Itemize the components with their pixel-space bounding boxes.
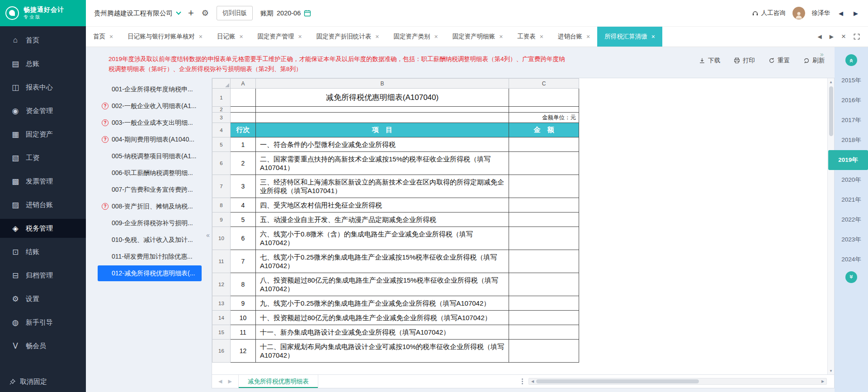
item-cell[interactable]: 七、线宽小于0.25微米的集成电路生产企业减按15%税率征收企业所得税（填写A1… (256, 250, 509, 273)
tab[interactable]: 固定资产明细账 × (445, 27, 510, 47)
line-number-cell[interactable]: 10 (231, 311, 256, 325)
row-header[interactable]: 11 (212, 250, 231, 273)
amount-cell[interactable] (509, 311, 579, 325)
tab[interactable]: 固定资产折旧统计表 × (309, 27, 387, 47)
print-button[interactable]: 打印 (734, 57, 755, 65)
amount-cell[interactable] (509, 296, 579, 311)
item-cell[interactable]: 十、投资额超过80亿元的集成电路生产企业减免企业所得税（填写A107042） (256, 311, 509, 325)
download-button[interactable]: 下载 (699, 57, 720, 65)
cell[interactable] (231, 89, 256, 107)
amount-cell[interactable] (509, 340, 579, 363)
item-cell[interactable]: 四、受灾地区农村信用社免征企业所得税 (256, 198, 509, 213)
cell[interactable] (256, 113, 509, 123)
help-icon[interactable]: ? (102, 203, 108, 210)
line-number-cell[interactable]: 1 (231, 137, 256, 152)
scroll-up-icon[interactable]: ▲ (828, 78, 834, 85)
year-item[interactable]: 2021年 (835, 190, 868, 210)
tab-close-icon[interactable]: × (199, 33, 203, 40)
line-number-cell[interactable]: 2 (231, 152, 256, 175)
sidebar-item[interactable]: ⊡ 结账 (0, 242, 86, 261)
header-line-cell[interactable]: 行次 (231, 123, 256, 137)
item-cell[interactable]: 十一、新办集成电路设计企业减免企业所得税（填写A107042） (256, 325, 509, 340)
line-number-cell[interactable]: 11 (231, 325, 256, 340)
close-all-tabs-icon[interactable]: × (841, 32, 846, 41)
company-selector[interactable]: 贵州腾越建设工程有限公司 (94, 9, 180, 18)
tab[interactable]: 工资表 × (510, 27, 551, 47)
settings-gear-icon[interactable]: ⚙ (202, 9, 209, 17)
sidebar-item[interactable]: ◫ 报表中心 (0, 78, 86, 97)
row-header[interactable]: 16 (212, 340, 231, 363)
tabs-scroll-left-icon[interactable]: ◀ (818, 33, 822, 40)
tab-close-icon[interactable]: × (499, 33, 503, 40)
line-number-cell[interactable]: 5 (231, 213, 256, 227)
cell[interactable] (509, 107, 579, 113)
year-item[interactable]: 2023年 (835, 230, 868, 250)
add-button[interactable]: + (188, 8, 194, 18)
report-list-item[interactable]: ? 009-企业所得税弥补亏损明... (98, 215, 202, 231)
tab[interactable]: 日记账与银行对账单核对 × (120, 27, 210, 47)
report-list-item[interactable]: ? 001-企业所得税年度纳税申... (98, 81, 202, 97)
nav-forward-icon[interactable]: ▶ (852, 9, 860, 18)
scroll-right-icon[interactable]: ▶ (819, 379, 826, 383)
year-item[interactable]: 2016年 (835, 90, 868, 110)
years-scroll-down-button[interactable] (845, 271, 857, 283)
collapse-panel-handle[interactable]: « (204, 78, 212, 392)
row-header[interactable]: 2 (212, 107, 231, 113)
line-number-cell[interactable]: 6 (231, 227, 256, 250)
sidebar-item[interactable]: ▧ 工资 (0, 148, 86, 167)
row-header[interactable]: 1 (212, 89, 231, 107)
sheet-tab-next-icon[interactable]: ▶ (228, 378, 231, 384)
tab-close-icon[interactable]: × (109, 33, 113, 40)
header-amount-cell[interactable]: 金 额 (509, 123, 579, 137)
sidebar-item[interactable]: Ⅴ 畅会员 (0, 336, 86, 355)
help-icon[interactable]: ? (102, 136, 108, 143)
cell[interactable] (231, 113, 256, 123)
tab-close-icon[interactable]: × (586, 33, 590, 40)
report-list-item[interactable]: ? 006-职工薪酬纳税调整明细... (98, 165, 202, 181)
row-header[interactable]: 14 (212, 311, 231, 325)
sidebar-item[interactable]: ◈ 税务管理 (0, 219, 86, 238)
report-list-item[interactable]: ? 004-期间费用明细表(A1040... (98, 132, 202, 147)
horizontal-scrollbar[interactable]: ◀ ▶ (528, 378, 827, 385)
column-header-a[interactable]: A (231, 79, 256, 89)
row-header[interactable]: 3 (212, 113, 231, 123)
line-number-cell[interactable]: 7 (231, 250, 256, 273)
tabs-scroll-right-icon[interactable]: ▶ (830, 33, 834, 40)
tab-close-icon[interactable]: × (434, 33, 438, 40)
report-list-item[interactable]: ? 007-广告费和业务宣传费跨... (98, 182, 202, 198)
row-header[interactable]: 5 (212, 137, 231, 152)
cell[interactable] (256, 107, 509, 113)
sidebar-item[interactable]: ⊟ 归档管理 (0, 266, 86, 285)
switch-version-button[interactable]: 切到旧版 (217, 6, 253, 20)
sidebar-item[interactable]: ⚙ 设置 (0, 289, 86, 308)
sheet-tab-prev-icon[interactable]: ◀ (218, 378, 222, 384)
year-item[interactable]: 2018年 (835, 130, 868, 150)
sidebar-item[interactable]: ▨ 进销台账 (0, 195, 86, 214)
tab[interactable]: 首页 × (86, 27, 120, 47)
tab-close-icon[interactable]: × (651, 33, 655, 40)
row-header[interactable]: 12 (212, 273, 231, 296)
amount-cell[interactable] (509, 250, 579, 273)
nav-back-icon[interactable]: ◀ (837, 9, 845, 18)
report-list-item[interactable]: ? 003-一般企业成本支出明细... (98, 115, 202, 131)
tab[interactable]: 所得税汇算清缴 × (597, 27, 662, 47)
tab[interactable]: 日记账 × (210, 27, 250, 47)
scroll-down-icon[interactable]: ▼ (828, 367, 834, 374)
user-name[interactable]: 徐泽华 (812, 9, 830, 17)
cell[interactable] (509, 89, 579, 107)
amount-cell[interactable] (509, 325, 579, 340)
scroll-left-icon[interactable]: ◀ (529, 379, 536, 383)
report-list-item[interactable]: ? 011-研发费用加计扣除优惠... (98, 249, 202, 264)
select-all-corner[interactable] (212, 79, 231, 89)
unit-cell[interactable]: 金额单位：元 (509, 113, 579, 123)
row-header[interactable]: 15 (212, 325, 231, 340)
vertical-scroll-thumb[interactable] (829, 86, 833, 136)
column-header-c[interactable]: C (509, 79, 579, 89)
reset-button[interactable]: 重置 (769, 57, 790, 65)
vertical-scrollbar[interactable]: ▲ ▼ (827, 78, 834, 374)
item-cell[interactable]: 六、线宽小于0.8微米（含）的集成电路生产企业减免企业所得税（填写A107042… (256, 227, 509, 250)
item-cell[interactable]: 二、国家需要重点扶持的高新技术企业减按15%的税率征收企业所得税（填写A1070… (256, 152, 509, 175)
year-item[interactable]: 2015年 (835, 71, 868, 90)
row-header[interactable]: 8 (212, 198, 231, 213)
row-header[interactable]: 4 (212, 123, 231, 137)
